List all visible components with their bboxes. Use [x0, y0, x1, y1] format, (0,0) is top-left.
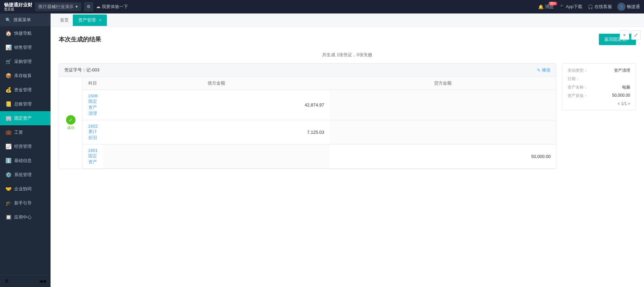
page-title-bar: 本次生成的结果 返回固定资产 [59, 34, 636, 45]
search-menu-item[interactable]: 🔍 搜索菜单 [0, 13, 51, 26]
user-menu[interactable]: 👤 畅捷通 [617, 3, 640, 11]
cloud-icon: ☁ [96, 4, 100, 9]
original-value-label: 资产原值： [568, 93, 588, 99]
bell-icon: 🔔 [538, 4, 544, 9]
sidebar-item-quick-nav[interactable]: 🏠 快捷导航 [0, 26, 51, 40]
table-row: 1602 累计折旧 7,125.03 [83, 120, 556, 145]
experience-label: 我要体验一下 [102, 4, 128, 10]
sidebar-label-inventory: 库存核算 [14, 73, 32, 79]
edit-voucher-button[interactable]: ✎ 修改 [537, 67, 551, 73]
home-icon: 🏠 [5, 30, 11, 36]
mobile-icon: 📱 [559, 4, 564, 9]
expand-panel-button[interactable]: ⤢ [631, 30, 641, 40]
sidebar-item-sales[interactable]: 📊 销售管理 [0, 40, 51, 55]
tab-asset-mgmt[interactable]: 资产管理 × [73, 14, 107, 26]
sidebar-item-purchase[interactable]: 🛒 采购管理 [0, 55, 51, 69]
sidebar: 🔍 搜索菜单 🏠 快捷导航 📊 销售管理 🛒 采购管理 📦 库存核算 💰 资金管… [0, 13, 51, 287]
tab-home[interactable]: 首页 [56, 14, 73, 26]
sidebar-label-payroll: 工资 [14, 129, 23, 135]
edit-label: 修改 [542, 67, 551, 73]
app-download-button[interactable]: 📱 App下载 [559, 4, 582, 10]
table-row: 1606 固定资产清理 42,874.97 [83, 90, 556, 120]
asset-name-label: 资产名称： [568, 85, 588, 90]
system-icon: ⚙️ [5, 172, 11, 178]
tab-bar: 首页 资产管理 × [51, 13, 644, 27]
tab-home-label: 首页 [60, 18, 69, 23]
grid-icon: 🔲 [5, 214, 11, 220]
handshake-icon: 🤝 [5, 186, 11, 192]
detail-pagination: < 1/1 > [568, 101, 630, 106]
status-label: 成功 [67, 125, 74, 130]
asset-name-value: 电脑 [622, 85, 630, 90]
col-subject: 科目 [83, 77, 103, 90]
voucher-table-wrapper: 科目 借方金额 贷方金额 1606 固定资产清理 42,874. [83, 77, 556, 169]
col-debit: 借方金额 [103, 77, 330, 90]
brand-logo: 畅捷通好业财 普及版 [4, 2, 32, 12]
success-indicator: ✓ 成功 [66, 115, 75, 130]
date-label: 日期： [568, 76, 580, 82]
edit-icon: ✎ [537, 68, 541, 73]
chevron-down-icon: ▾ [75, 4, 78, 9]
sidebar-label-system: 系统管理 [14, 172, 32, 178]
voucher-header: 凭证字号：记-003 ✎ 修改 [59, 64, 556, 77]
experience-button[interactable]: ☁ 我要体验一下 [96, 4, 128, 10]
notifications-button[interactable]: 🔔 消息 99+ [538, 4, 554, 10]
customer-service-button[interactable]: 🎧 在线客服 [588, 4, 612, 10]
briefcase-icon: 💼 [5, 129, 11, 135]
sidebar-label-quick-nav: 快捷导航 [14, 30, 32, 36]
row1-debit: 42,874.97 [103, 90, 330, 120]
cart-icon: 🛒 [5, 59, 11, 65]
sidebar-label-ledger: 总账管理 [14, 101, 32, 107]
sidebar-item-system[interactable]: ⚙️ 系统管理 [0, 168, 51, 182]
sidebar-item-inventory[interactable]: 📦 库存核算 [0, 69, 51, 83]
row3-debit [103, 145, 330, 169]
search-icon: 🔍 [5, 18, 11, 23]
sidebar-item-enterprise[interactable]: 🤝 企业协同 [0, 182, 51, 196]
sidebar-item-basic-info[interactable]: ℹ️ 基础信息 [0, 154, 51, 168]
money-icon: 💰 [5, 87, 11, 93]
next-icon[interactable]: > [628, 101, 630, 106]
app-download-label: App下载 [566, 4, 582, 10]
row3-credit: 50,000.00 [330, 145, 556, 169]
panel-controls: × ⤢ [620, 30, 641, 40]
tab-close-icon[interactable]: × [99, 18, 101, 23]
result-summary: 共生成 1张凭证，0张失败 [59, 52, 636, 58]
sidebar-item-operations[interactable]: 📈 经营管理 [0, 139, 51, 154]
info-icon: ℹ️ [5, 158, 11, 164]
content-area: 首页 资产管理 × × ⤢ 本次生成的结果 返回固定资产 共生成 1张凭证，0张… [51, 13, 644, 287]
company-settings-button[interactable]: ⚙ [84, 2, 93, 11]
voucher-main: 凭证字号：记-003 ✎ 修改 ✓ [59, 63, 556, 169]
box-icon: 📦 [5, 73, 11, 79]
avatar: 👤 [617, 3, 625, 11]
close-panel-button[interactable]: × [620, 30, 629, 40]
user-name: 畅捷通 [627, 4, 640, 10]
sidebar-item-app-center[interactable]: 🔲 应用中心 [0, 210, 51, 224]
building-icon: 🏢 [5, 115, 11, 121]
table-header-row: 科目 借方金额 贷方金额 [83, 77, 556, 90]
headset-icon: 🎧 [588, 4, 593, 9]
search-menu-label: 搜索菜单 [13, 17, 31, 23]
tab-asset-mgmt-label: 资产管理 [78, 18, 96, 23]
sidebar-item-fixed-assets[interactable]: 🏢 固定资产 [0, 111, 51, 125]
brand-edition: 普及版 [4, 7, 32, 11]
sidebar-label-finance: 资金管理 [14, 87, 32, 93]
prev-icon[interactable]: < [618, 101, 620, 106]
chart-icon: 📊 [5, 44, 11, 51]
sidebar-item-finance[interactable]: 💰 资金管理 [0, 83, 51, 97]
header-left: 畅捷通好业财 普及版 医疗器械行业演示 ▾ ⚙ ☁ 我要体验一下 [4, 2, 128, 12]
collapse-sidebar-icon[interactable]: ◀◀ [39, 279, 46, 284]
header-right: 🔔 消息 99+ 📱 App下载 🎧 在线客服 👤 畅捷通 [538, 3, 640, 11]
customer-service-label: 在线客服 [594, 4, 612, 10]
detail-original-value: 资产原值： 50,000.00 [568, 93, 630, 99]
original-value-value: 50,000.00 [612, 93, 630, 99]
company-selector[interactable]: 医疗器械行业演示 ▾ [35, 2, 81, 11]
grad-icon: 🎓 [5, 200, 11, 206]
voucher-body: ✓ 成功 科目 借方金额 [59, 77, 556, 169]
settings-icon[interactable]: ⚙ [5, 279, 9, 284]
sidebar-item-ledger[interactable]: 📒 总账管理 [0, 97, 51, 111]
detail-date: 日期： [568, 76, 630, 82]
sidebar-item-guide[interactable]: 🎓 新手引导 [0, 196, 51, 210]
table-row: 1601 固定资产 50,000.00 [83, 145, 556, 169]
page-content: × ⤢ 本次生成的结果 返回固定资产 共生成 1张凭证，0张失败 凭证字号：记-… [51, 27, 644, 287]
sidebar-item-payroll[interactable]: 💼 工资 [0, 125, 51, 139]
